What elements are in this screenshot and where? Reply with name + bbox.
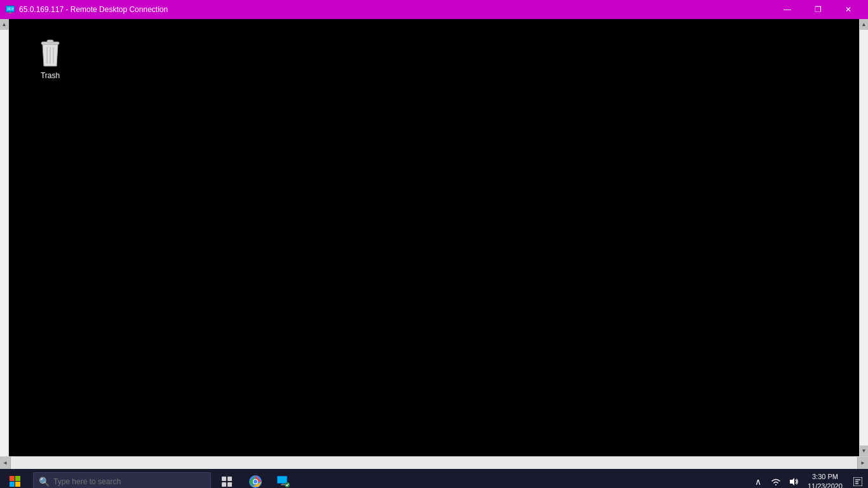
volume-icon[interactable] xyxy=(785,469,803,488)
search-input[interactable] xyxy=(53,477,205,486)
svg-rect-13 xyxy=(10,482,15,487)
task-view-button[interactable] xyxy=(214,469,241,488)
system-tray: ∧ 3:30 PM 11/23/202 xyxy=(749,469,868,488)
chevron-up-icon: ∧ xyxy=(755,477,761,487)
svg-text:RDP: RDP xyxy=(8,7,15,11)
clock[interactable]: 3:30 PM 11/23/2020 xyxy=(803,469,848,488)
notification-icon xyxy=(853,477,862,486)
title-bar-controls: — ❐ ✕ xyxy=(773,0,863,19)
restore-button[interactable]: ❐ xyxy=(803,0,832,19)
desktop[interactable]: Trash xyxy=(9,19,859,456)
chrome-icon xyxy=(248,475,262,488)
title-bar: RDP 65.0.169.117 - Remote Desktop Connec… xyxy=(0,0,868,19)
scroll-left-arrow[interactable]: ◄ xyxy=(0,457,11,470)
trash-icon[interactable]: Trash xyxy=(28,37,72,80)
task-view-icon xyxy=(222,477,233,487)
taskbar-app-chrome[interactable] xyxy=(241,469,269,488)
network-wifi-icon xyxy=(771,477,781,486)
notification-button[interactable] xyxy=(848,469,868,488)
tray-overflow-button[interactable]: ∧ xyxy=(749,469,767,488)
trash-can-svg xyxy=(39,38,62,67)
trash-label: Trash xyxy=(41,71,60,80)
taskbar-app-rdp[interactable] xyxy=(269,469,297,488)
taskbar-container: ◄ ► 🔍 xyxy=(0,456,868,484)
start-button[interactable] xyxy=(0,469,31,488)
windows-logo-icon xyxy=(10,476,21,487)
search-bar[interactable]: 🔍 xyxy=(33,472,211,488)
clock-time: 3:30 PM xyxy=(812,472,838,482)
volume-speaker-icon xyxy=(789,477,799,486)
svg-rect-12 xyxy=(15,476,20,481)
right-scrollbar[interactable]: ▲ ▼ xyxy=(859,19,868,456)
svg-rect-17 xyxy=(222,482,226,487)
svg-rect-4 xyxy=(8,13,12,13)
trash-icon-image xyxy=(37,37,63,69)
title-bar-left: RDP 65.0.169.117 - Remote Desktop Connec… xyxy=(5,4,168,15)
scroll-up-arrow[interactable]: ▲ xyxy=(0,19,9,30)
svg-rect-26 xyxy=(281,484,285,485)
scroll-bottom-track[interactable] xyxy=(11,457,857,469)
scroll-up-right-arrow[interactable]: ▲ xyxy=(860,19,869,30)
rdp-icon: RDP xyxy=(5,4,15,15)
left-scrollbar[interactable]: ▲ xyxy=(0,19,9,456)
close-button[interactable]: ✕ xyxy=(834,0,863,19)
rdp-container: ▲ Trash ▲ xyxy=(0,19,868,456)
title-text: 65.0.169.117 - Remote Desktop Connection xyxy=(19,5,168,14)
svg-rect-24 xyxy=(278,477,287,483)
minimize-button[interactable]: — xyxy=(773,0,802,19)
clock-date: 11/23/2020 xyxy=(808,482,843,488)
search-icon: 🔍 xyxy=(39,477,50,487)
svg-marker-28 xyxy=(790,478,794,485)
svg-rect-15 xyxy=(222,477,226,481)
taskbar-apps xyxy=(241,469,297,488)
network-icon[interactable] xyxy=(767,469,785,488)
svg-rect-11 xyxy=(10,476,15,481)
svg-rect-18 xyxy=(227,482,232,487)
svg-rect-14 xyxy=(15,482,20,487)
svg-rect-7 xyxy=(47,40,53,43)
svg-marker-25 xyxy=(281,484,285,484)
rdp-taskbar-icon xyxy=(276,474,290,488)
svg-rect-16 xyxy=(227,477,232,481)
taskbar: 🔍 xyxy=(0,469,868,488)
svg-point-22 xyxy=(254,480,257,484)
bottom-scrollbar[interactable]: ◄ ► xyxy=(0,456,868,469)
scroll-right-arrow[interactable]: ► xyxy=(857,457,868,470)
scroll-down-right-arrow[interactable]: ▼ xyxy=(860,445,869,456)
